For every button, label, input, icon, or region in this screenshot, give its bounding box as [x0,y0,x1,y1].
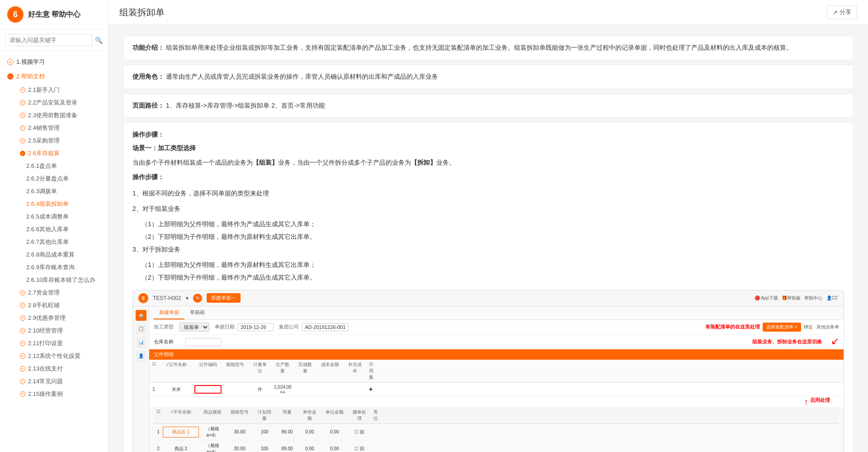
step-2-2: （2）下部明细为子件明细，最终作为原材料生成其它出库单。 [132,230,844,243]
screenshot-mockup: 6 TEST-H002 ▾ ↻ 新建单据一 🔴 App下载 🎁帮助板 帮助中心 … [132,290,844,452]
role-text: 通常由生产人员或库管人员完成拆装业务的操作，库管人员确认原材料的出库和产成品的入… [166,73,438,80]
sidebar-item-inventory-transfer[interactable]: 2.6.3调拨单 [23,185,108,198]
path-text: 1、库存核算->库存管理->组装拆卸单 2、首页->常用功能 [166,102,325,109]
mock-sub-row1: 1 商品名 1 （规格a+d） 30.00 100 89.00 0.00 0.0… [154,424,839,441]
arrow-down-1: ↙ [831,335,839,347]
sidebar-item-faq[interactable]: + 2.14常见问题 [16,375,108,388]
nav-label-2: 2.帮助文档 [16,72,45,81]
steps-list: 1、根据不同的业务，选择不同单据的类型来处理 2、对于组装业务 （1）上部明细为… [132,187,844,284]
sidebar: 6 好生意 帮助中心 🔍 + 1.视频学习 − 2.帮助文档 + 2.1新手入门 [0,0,108,452]
sidebar-item-data-prep[interactable]: + 2.3使用前数据准备 [16,109,108,122]
mock-new-btn[interactable]: 新建单据一 [207,293,241,303]
search-box[interactable]: 🔍 [0,29,108,51]
sidebar-item-inventory-stockcount[interactable]: 2.6.1盘点单 [23,160,108,172]
app-logo: 6 [7,6,24,23]
mock-dropdown-item: ▾ [186,295,189,301]
nav-section-2: − 2.帮助文档 + 2.1新手入门 + 2.2产品安装及登录 + 2.3使用前… [0,69,108,400]
search-icon[interactable]: 🔍 [95,37,103,44]
expand-icon: + [7,59,14,65]
content-area: 功能介绍： 组装拆卸单用来处理企业组装或拆卸等加工业务，支持有固定装配清单的产品… [108,25,868,452]
sidebar-item-inventory-costadjust[interactable]: 2.6.5成本调整单 [23,210,108,223]
sidebar-item-personalize[interactable]: + 2.12系统个性化设置 [16,350,108,362]
steps-section: 操作步骤： 场景一：加工类型选择 当由多个子件材料组装成一个成品的业务为【组装】… [123,122,854,452]
mock-parent-row1: 1 米米 件 1,024.00 +∞ [149,383,844,397]
sidebar-item-mobile[interactable]: + 2.8手机旺辅 [16,299,108,312]
role-section: 使用角色： 通常由生产人员或库管人员完成拆装业务的操作，库管人员确认原材料的出库… [123,65,854,89]
path-section: 页面路径： 1、库存核算->库存管理->组装拆卸单 2、首页->常用功能 [123,94,854,118]
role-label: 使用角色： [132,73,164,80]
sidebar-item-inventory-otheroutbound[interactable]: 2.6.7其他出库单 [23,236,108,248]
step-3-2: （2）下部明细为子件明细，最终作为产成品生成其它入库单。 [132,271,844,284]
nav-sub-inventory: 2.6.1盘点单 2.6.2分量盘点单 2.6.3调拨单 2.6.4组装拆卸单 … [16,160,108,286]
mock-type-select[interactable]: 组装单 [179,323,209,332]
scenario1-desc: 当由多个子件材料组装成一个成品的业务为【组装】业务，当由一个父件拆分成多个子产品… [132,157,844,168]
mock-sub-row2: 2 商品 2 （规格a+d） 30.00 100 89.00 0.00 0.00… [154,441,839,452]
mock-warehouse-input[interactable] [185,338,222,346]
mock-sub-table: ☑ √子件名称 商品规格 规格型号 计划用量 用量 单价金额 单位金额 撤单处理 [149,407,844,452]
step-2-1: （1）上部明细为父件明细，最终作为产成品生成其它入库单； [132,218,844,230]
scenario1-steps-title: 操作步骤： [132,173,844,181]
sidebar-item-inventory-costrecalc[interactable]: 2.6.8商品成本重算 [23,248,108,261]
mock-annotation3-area: ↑ 启用处理 [149,397,844,407]
sidebar-item-inventory-ledger[interactable]: 2.6.9库存账本查询 [23,261,108,274]
mock-tabs: 新建单据 草稿箱 [149,306,844,320]
mock-form-row1: 加工类型 组装单 单据日期 2019-12-26 集团公司 AD-2019122… [149,320,844,335]
sidebar-item-help-docs[interactable]: − 2.帮助文档 [0,69,108,84]
mock-type-label: 加工类型 [154,324,176,330]
annotation2-text: 组装业务、拆卸业务在这里切换 [752,338,822,345]
step-2: 2、对于组装业务 [132,202,844,215]
mock-icons-right: 🔴 App下载 🎁帮助板 帮助中心 👤CC [755,295,838,301]
mock-parent-cell-highlight[interactable] [194,385,222,394]
mock-date-input[interactable]: 2019-12-26 [237,323,274,331]
mock-home-icon: 🏠 [136,310,146,321]
sidebar-item-online-pay[interactable]: + 2.13在线支付 [16,362,108,375]
mock-annotation2-row: 仓库名称 组装业务、拆卸业务在这里切换 ↙ [149,335,844,349]
sidebar-item-sales[interactable]: + 2.4销售管理 [16,122,108,134]
mock-select-template-btn[interactable]: 选择装配清单 > [763,323,801,332]
sidebar-item-install[interactable]: + 2.2产品安装及登录 [16,96,108,109]
main-content: 组装拆卸单 ↗ 分享 功能介绍： 组装拆卸单用来处理企业组装或拆卸等加工业务，支… [108,0,868,452]
nav-tree: + 1.视频学习 − 2.帮助文档 + 2.1新手入门 + 2.2产品安装及登录 [0,51,108,452]
arrow-up-2: ↑ [804,397,808,407]
sidebar-item-inventory[interactable]: − 2.6库存核算 [16,147,108,160]
sidebar-item-finance[interactable]: + 2.7资金管理 [16,286,108,299]
annotation1-text: 有装配清单的在这里处理 [705,324,760,330]
sidebar-item-inventory-error[interactable]: 2.6.10库存账本错了怎么办 [23,274,108,286]
sidebar-item-inventory-otherinbound[interactable]: 2.6.6其他入库单 [23,223,108,236]
mock-sub-header: ☑ √子件名称 商品规格 规格型号 计划用量 用量 单价金额 单位金额 撤单处理 [154,407,839,424]
intro-label: 功能介绍： [132,44,164,51]
app-title: 好生意 帮助中心 [28,10,80,19]
sidebar-item-coupon[interactable]: + 2.9优惠券管理 [16,312,108,324]
mock-parent-header: ☑ √父件名称 父件编码 规格型号 计量单位 生产数量 完成数量 成本金额 补充… [149,360,844,383]
mock-nav-icon-3: 👤 [136,351,146,362]
mock-order-input[interactable]: AD-20191226-001 [302,323,349,331]
sidebar-item-inventory-split[interactable]: 2.6.2分量盘点单 [23,172,108,185]
mock-nav-icon-1: 📋 [136,324,146,334]
sidebar-item-cases[interactable]: + 2.15操作案例 [16,388,108,400]
mock-cell-input[interactable] [196,387,220,392]
mock-left-sidebar: 🏠 📋 📊 👤 [133,306,149,452]
mock-section-orange: 父件明细 [149,349,844,360]
page-title: 组装拆卸单 [119,6,165,19]
nav-label-1: 1.视频学习 [16,58,45,66]
intro-text: 组装拆卸单用来处理企业组装或拆卸等加工业务，支持有固定装配清单的产品加工业务，也… [166,44,793,51]
top-bar: 组装拆卸单 ↗ 分享 [108,0,868,25]
share-button[interactable]: ↗ 分享 [827,5,857,19]
sidebar-item-print[interactable]: + 2.11打印设置 [16,337,108,350]
intro-section: 功能介绍： 组装拆卸单用来处理企业组装或拆卸等加工业务，支持有固定装配清单的产品… [123,36,854,60]
search-input[interactable] [5,34,92,46]
path-label: 页面路径： [132,102,164,109]
share-icon: ↗ [833,9,838,16]
collapse-icon: − [7,73,14,80]
sidebar-item-operations[interactable]: + 2.10经营管理 [16,324,108,337]
nav-section-1: + 1.视频学习 [0,55,108,69]
nav-sub-2: + 2.1新手入门 + 2.2产品安装及登录 + 2.3使用前数据准备 + 2.… [0,84,108,400]
sidebar-item-video-learning[interactable]: + 1.视频学习 [0,55,108,69]
mock-tab-new[interactable]: 新建单据 [154,306,184,319]
annotation3-text: 启用处理 [810,397,830,407]
sidebar-item-inventory-assembly[interactable]: 2.6.4组装拆卸单 [23,198,108,210]
mock-logo: 6 [138,293,148,303]
mock-tab-draft[interactable]: 草稿箱 [184,306,210,319]
sidebar-item-newbie[interactable]: + 2.1新手入门 [16,84,108,96]
sidebar-item-purchase[interactable]: + 2.5采购管理 [16,134,108,147]
